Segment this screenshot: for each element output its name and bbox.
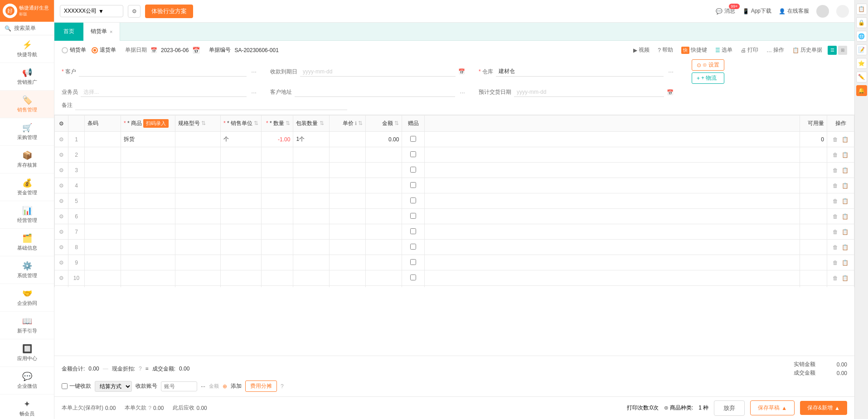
account-input[interactable] [161, 381, 197, 391]
row-amount[interactable] [366, 286, 402, 288]
video-btn[interactable]: ▶ 视频 [630, 45, 652, 55]
row-delete-icon[interactable]: 🗑 [833, 260, 838, 266]
row-qty[interactable] [262, 224, 293, 240]
sidebar-item-marketing[interactable]: 📢 营销推广 [0, 63, 54, 91]
right-panel-icon-6[interactable]: ✏️ [856, 72, 867, 82]
user-avatar2[interactable] [836, 5, 849, 18]
row-pkg[interactable] [293, 224, 330, 240]
row-qty[interactable] [262, 255, 293, 270]
row-spec[interactable] [175, 209, 221, 224]
row-unit[interactable] [221, 240, 262, 255]
row-settings[interactable]: ⚙ [55, 240, 68, 255]
row-gift[interactable] [402, 270, 425, 286]
row-price[interactable] [330, 286, 366, 288]
calc-method-select[interactable]: 结算方式 [95, 381, 132, 392]
logistics-btn[interactable]: + + 物流 [692, 72, 724, 84]
row-copy-icon[interactable]: 📋 [842, 152, 849, 158]
customer-dots-icon[interactable]: ··· [251, 68, 257, 75]
row-qty[interactable]: -1.00 [262, 132, 293, 147]
remark-input[interactable] [75, 101, 347, 110]
row-settings[interactable]: ⚙ [55, 255, 68, 270]
user-avatar[interactable] [816, 5, 829, 18]
payment-due-input[interactable] [300, 67, 456, 77]
row-gift[interactable] [402, 163, 425, 178]
row-qty[interactable] [262, 147, 293, 163]
row-qty[interactable] [262, 163, 293, 178]
price-sort-icon[interactable]: ⇅ [358, 120, 363, 126]
row-qty[interactable] [262, 178, 293, 193]
right-panel-icon-1[interactable]: 📋 [856, 4, 867, 14]
row-unit[interactable] [221, 270, 262, 286]
row-delete-icon[interactable]: 🗑 [833, 229, 838, 235]
row-settings[interactable]: ⚙ [55, 147, 68, 163]
row-unit[interactable] [221, 193, 262, 209]
row-delete-icon[interactable]: 🗑 [833, 213, 838, 220]
address-dots-icon[interactable]: ··· [460, 89, 465, 96]
row-pkg[interactable] [293, 286, 330, 288]
row-pkg[interactable] [293, 178, 330, 193]
sidebar-item-operations[interactable]: 📊 经营管理 [0, 201, 54, 229]
customer-address-input[interactable] [295, 87, 455, 97]
sidebar-item-finance[interactable]: 💰 资金管理 [0, 173, 54, 201]
payment-calendar-icon[interactable]: 📅 [458, 68, 465, 75]
row-qty[interactable] [262, 270, 293, 286]
warehouse-input[interactable] [496, 67, 664, 77]
row-unit[interactable] [221, 255, 262, 270]
pkg-sort-icon[interactable]: ⇅ [320, 120, 324, 126]
row-pkg[interactable] [293, 147, 330, 163]
row-unit[interactable] [221, 209, 262, 224]
row-settings[interactable]: ⚙ [55, 286, 68, 288]
sidebar-item-member[interactable]: ✦ 畅会员 [0, 395, 54, 419]
row-price[interactable] [330, 270, 366, 286]
one-click-collect-checkbox[interactable]: 一键收款 [62, 382, 91, 390]
trial-button[interactable]: 体验行业方案 [145, 5, 193, 18]
shortcut-btn[interactable]: 快 快捷键 [679, 45, 710, 55]
row-product[interactable] [121, 193, 175, 209]
row-pkg[interactable] [293, 240, 330, 255]
row-product[interactable] [121, 240, 175, 255]
row-settings[interactable]: ⚙ [55, 193, 68, 209]
row-barcode[interactable] [85, 163, 121, 178]
sidebar-item-appcenter[interactable]: 🔲 应用中心 [0, 339, 54, 367]
row-amount[interactable] [366, 224, 402, 240]
right-panel-icon-4[interactable]: 📝 [856, 44, 867, 55]
unit-sort-icon[interactable]: ⇅ [254, 120, 258, 126]
row-spec[interactable] [175, 270, 221, 286]
row-amount[interactable] [366, 240, 402, 255]
sidebar-item-system[interactable]: ⚙️ 系统管理 [0, 256, 54, 284]
sidebar-item-enterprise[interactable]: 🤝 企业协同 [0, 284, 54, 312]
row-gift[interactable] [402, 209, 425, 224]
row-price[interactable] [330, 240, 366, 255]
discard-button[interactable]: 放弃 [714, 400, 745, 416]
row-gift[interactable] [402, 178, 425, 193]
row-price[interactable] [330, 132, 366, 147]
row-delete-icon[interactable]: 🗑 [833, 198, 838, 204]
help-btn[interactable]: ? 帮助 [655, 45, 676, 55]
save-new-button[interactable]: 保存&新增 ▲ [800, 401, 847, 415]
row-price[interactable] [330, 178, 366, 193]
row-price[interactable] [330, 224, 366, 240]
row-amount[interactable] [366, 147, 402, 163]
row-settings[interactable]: ⚙ [55, 178, 68, 193]
row-unit[interactable] [221, 286, 262, 288]
row-gift[interactable] [402, 193, 425, 209]
row-settings[interactable]: ⚙ [55, 209, 68, 224]
row-delete-icon[interactable]: 🗑 [833, 152, 838, 158]
tab-home[interactable]: 首页 [54, 23, 83, 41]
row-pkg[interactable] [293, 163, 330, 178]
radio-return[interactable]: 退货单 [92, 46, 116, 54]
row-unit[interactable] [221, 178, 262, 193]
row-product[interactable] [121, 224, 175, 240]
row-barcode[interactable] [85, 147, 121, 163]
row-spec[interactable] [175, 132, 221, 147]
row-spec[interactable] [175, 224, 221, 240]
row-barcode[interactable] [85, 178, 121, 193]
row-spec[interactable] [175, 193, 221, 209]
row-delete-icon[interactable]: 🗑 [833, 183, 838, 189]
row-barcode[interactable] [85, 270, 121, 286]
online-service-button[interactable]: 👤 在线客服 [779, 7, 809, 15]
row-amount[interactable] [366, 270, 402, 286]
row-product[interactable] [121, 178, 175, 193]
right-panel-icon-2[interactable]: 🔒 [856, 17, 867, 28]
row-copy-icon[interactable]: 📋 [842, 244, 849, 250]
